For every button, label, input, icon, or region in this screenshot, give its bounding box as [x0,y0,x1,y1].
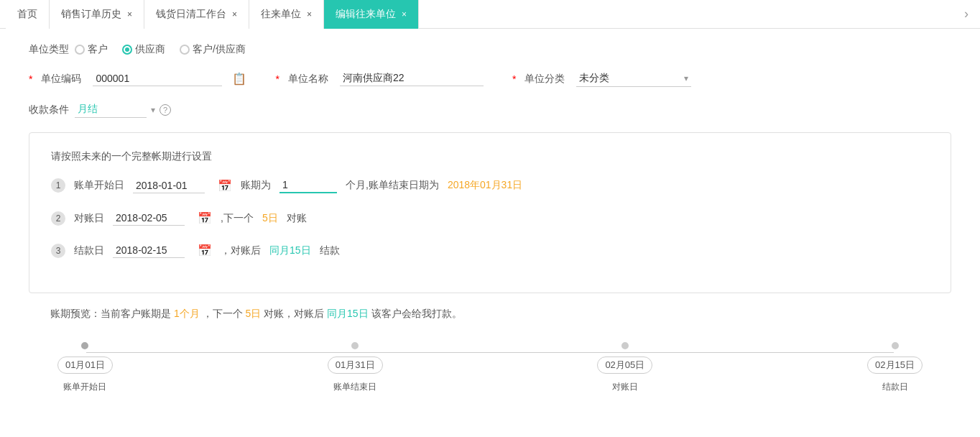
unit-info-row: * 单位编码 📋 * 单位名称 * 单位分类 未分类 ▾ [29,70,951,87]
radio-circle-customer-supplier [180,45,190,55]
unit-type-radio-group: 客户 供应商 客户/供应商 [75,43,246,56]
timeline-wrapper: 01月01日 账单开始日 01月31日 账单结束日 02月05日 对账日 02月… [29,335,951,415]
payment-terms-label: 收款条件 [29,104,69,116]
timeline-point-3: 02月05日 对账日 [597,342,652,393]
timeline-point-2: 01月31日 账单结束日 [328,342,383,393]
tab-home[interactable]: 首页 [6,0,50,29]
unit-type-row: 单位类型 客户 供应商 客户/供应商 [29,43,951,56]
timeline-badge-4: 02月15日 [867,356,923,374]
unit-name-group: * 单位名称 [275,71,483,86]
unit-classification-required: * [512,73,516,85]
payment-date-label: 结款日 [74,244,104,257]
timeline-points: 01月01日 账单开始日 01月31日 账单结束日 02月05日 对账日 02月… [57,342,923,393]
row-num-2: 2 [51,211,65,226]
close-sales-history[interactable]: × [127,9,132,19]
tab-cash-ledger[interactable]: 钱货日清工作台 × [144,0,249,29]
month-input[interactable] [279,178,337,193]
close-edit-partner[interactable]: × [402,9,407,19]
tab-partner-units[interactable]: 往来单位 × [249,0,324,29]
payment-day-highlight: 同月15日 [269,244,311,257]
close-partner-units[interactable]: × [307,9,312,19]
unit-name-required: * [275,73,279,85]
timeline-dot-4 [892,342,899,349]
timeline-label-1: 账单开始日 [63,381,106,393]
unit-classification-dropdown[interactable]: 未分类 ▾ [576,70,691,87]
payment-terms-chevron-icon: ▾ [151,105,155,115]
unit-code-group: * 单位编码 📋 [29,71,246,86]
timeline-dot-3 [621,342,629,349]
unit-classification-group: * 单位分类 未分类 ▾ [512,70,691,87]
preview-payment-day-highlight: 同月15日 [327,308,369,319]
timeline-label-3: 对账日 [612,381,638,393]
payment-date-prefix: ，对账后 [221,244,261,257]
reconciliation-suffix: 对账 [287,212,307,225]
account-start-row: 1 账单开始日 📅 账期为 个月,账单结束日期为 2018年01月31日 [51,178,929,193]
payment-date-calendar-icon[interactable]: 📅 [198,244,212,257]
payment-terms-row: 收款条件 月结 ▾ ? [29,101,951,118]
unit-code-input[interactable] [93,71,222,86]
row-num-1: 1 [51,178,65,193]
account-start-calendar-icon[interactable]: 📅 [218,179,232,193]
account-start-date-input[interactable] [133,178,205,193]
timeline-label-4: 结款日 [882,381,908,393]
payment-date-suffix: 结款 [320,244,340,257]
reconciliation-day-highlight: 5日 [262,212,278,225]
settings-title: 请按照未来的一个完整帐期进行设置 [51,150,929,163]
unit-name-label: 单位名称 [288,73,328,86]
timeline-badge-1: 01月01日 [57,356,113,374]
unit-code-copy-icon[interactable]: 📋 [232,72,246,86]
account-start-label: 账单开始日 [74,179,124,192]
unit-name-input[interactable] [340,71,484,86]
tab-sales-history[interactable]: 销售订单历史 × [50,0,144,29]
reconciliation-row: 2 对账日 📅 ,下一个 5日 对账 [51,211,929,226]
unit-code-required: * [29,73,32,85]
unit-type-label: 单位类型 [29,43,69,56]
settings-box: 请按照未来的一个完整帐期进行设置 1 账单开始日 📅 账期为 个月,账单结束日期… [29,132,951,293]
tabs-bar: 首页 销售订单历史 × 钱货日清工作台 × 往来单位 × 编辑往来单位 × › [0,0,980,29]
month-suffix: 个月,账单结束日期为 [346,179,439,192]
radio-circle-customer [75,45,85,55]
timeline-point-1: 01月01日 账单开始日 [57,342,113,393]
account-period-label: 账期为 [241,179,271,192]
reconciliation-date-input[interactable] [113,211,185,226]
preview-month-highlight: 1个月 [174,308,200,319]
timeline-badge-3: 02月05日 [597,356,652,374]
radio-customer-supplier[interactable]: 客户/供应商 [180,43,246,56]
main-content: 单位类型 客户 供应商 客户/供应商 * 单位编码 📋 * 单位名称 [0,29,980,437]
payment-terms-value: 月结 [75,101,147,118]
payment-date-input[interactable] [113,243,185,258]
reconciliation-label: 对账日 [74,212,104,225]
timeline-label-2: 账单结束日 [333,381,376,393]
timeline-dot-2 [351,342,359,349]
reconciliation-prefix: ,下一个 [221,212,254,225]
unit-code-label: 单位编码 [41,73,81,86]
tab-edit-partner[interactable]: 编辑往来单位 × [324,0,419,29]
radio-supplier[interactable]: 供应商 [122,43,165,56]
payment-date-row: 3 结款日 📅 ，对账后 同月15日 结款 [51,243,929,258]
radio-customer[interactable]: 客户 [75,43,108,56]
classification-chevron-icon: ▾ [684,73,688,83]
reconciliation-calendar-icon[interactable]: 📅 [198,211,212,225]
timeline-point-4: 02月15日 结款日 [867,342,923,393]
close-cash-ledger[interactable]: × [232,9,237,19]
payment-terms-help-icon[interactable]: ? [160,104,171,116]
preview-text: 账期预览：当前客户账期是 1个月 ，下一个 5日 对账，对账后 同月15日 该客… [50,308,462,319]
preview-section: 账期预览：当前客户账期是 1个月 ，下一个 5日 对账，对账后 同月15日 该客… [29,293,951,335]
radio-circle-supplier [122,45,132,55]
timeline-badge-2: 01月31日 [328,356,383,374]
unit-classification-label: 单位分类 [524,73,565,86]
preview-day-highlight: 5日 [245,308,261,319]
account-end-date-display: 2018年01月31日 [448,179,522,192]
row-num-3: 3 [51,244,65,258]
payment-terms-select[interactable]: 月结 ▾ [75,101,155,118]
timeline-dot-1 [81,342,88,349]
tab-expand-button[interactable]: › [958,6,974,22]
